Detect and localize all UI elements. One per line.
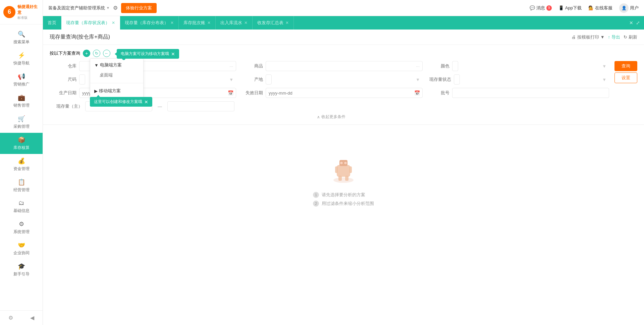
trial-button[interactable]: 体验行业方案 bbox=[121, 3, 157, 13]
sidebar-item-newbie[interactable]: 🎓 新手引导 bbox=[0, 259, 43, 280]
tab-inventory-status[interactable]: 现存量（库存状况表） ✕ bbox=[61, 16, 120, 30]
tab-home[interactable]: 首页 bbox=[43, 16, 61, 30]
collapse-btn[interactable]: ∧ 收起更多条件 bbox=[53, 111, 609, 120]
filter-row-produce-date: 生产日期 📅 bbox=[56, 88, 236, 98]
tab-bar: 首页 现存量（库存状况表） ✕ 现存量（库存分布表） ✕ 库存批次账 ✕ 出入库… bbox=[43, 16, 644, 30]
sidebar-item-basic[interactable]: 🗂 基础信息 bbox=[0, 196, 43, 217]
tip-num-2: 2 bbox=[313, 201, 319, 207]
filter-left-btn[interactable]: ← bbox=[103, 50, 110, 57]
sidebar-item-inventory[interactable]: 📦 库存核算 bbox=[0, 133, 43, 154]
calendar-icon-produce[interactable]: 📅 bbox=[228, 90, 233, 96]
action-buttons: 查询 设置 bbox=[614, 61, 637, 120]
calendar-icon-expire[interactable]: 📅 bbox=[414, 90, 420, 96]
marketing-icon: 📢 bbox=[18, 73, 25, 80]
tab-expand[interactable]: ⤢ bbox=[636, 20, 640, 25]
settings-btn[interactable]: ⚙ bbox=[113, 5, 118, 11]
filter-add-btn[interactable]: + bbox=[83, 50, 90, 57]
system-name: 装备及固定资产辅助管理系统 bbox=[48, 5, 105, 11]
sidebar-item-search[interactable]: 🔍 搜索菜单 bbox=[0, 27, 43, 48]
scheme-tooltip-close[interactable]: ✕ bbox=[171, 51, 175, 57]
user-area[interactable]: 👤 用户 bbox=[619, 3, 639, 13]
collapse-sidebar-btn[interactable]: ◀ bbox=[30, 315, 34, 321]
filter-label: 按以下方案查询 bbox=[50, 50, 80, 56]
top-header: 装备及固定资产辅助管理系统 ▼ ⚙ 体验行业方案 💬 消息 9 📱 App下载 … bbox=[43, 0, 644, 16]
stock-label: 现存量（主） bbox=[56, 103, 83, 109]
origin-label: 产地 bbox=[243, 76, 263, 83]
stock-max-input[interactable] bbox=[167, 101, 234, 111]
user-label: 用户 bbox=[630, 5, 639, 11]
system-select[interactable]: 装备及固定资产辅助管理系统 ▼ bbox=[48, 5, 110, 11]
scheme-desktop-item[interactable]: 桌面端 bbox=[90, 70, 143, 80]
sidebar-item-guide[interactable]: ⚡ 快捷导航 bbox=[0, 48, 43, 69]
sidebar-item-system[interactable]: ⚙ 系统管理 bbox=[0, 217, 43, 238]
tab-inout[interactable]: 出入库流水 ✕ bbox=[216, 16, 253, 30]
sidebar-item-operation[interactable]: 📋 经营管理 bbox=[0, 175, 43, 196]
tab-inventory-status-close[interactable]: ✕ bbox=[112, 20, 115, 25]
collapse-label: 收起更多条件 bbox=[321, 114, 345, 120]
scheme-desktop-group: ▼ 电脑端方案 桌面端 bbox=[90, 59, 143, 82]
refresh-icon: ↻ bbox=[624, 35, 627, 40]
stock-status-select[interactable] bbox=[454, 74, 460, 85]
tab-inventory-dist-close[interactable]: ✕ bbox=[170, 20, 174, 25]
tab-close-all[interactable]: ✕ bbox=[629, 20, 633, 25]
scheme-mobile-header[interactable]: ▶ 移动端方案 bbox=[90, 86, 143, 96]
color-select[interactable] bbox=[452, 61, 458, 71]
color-select-wrap: ▼ bbox=[452, 61, 609, 71]
print-btn[interactable]: 🖨 按模板打印 ▼ bbox=[572, 34, 605, 40]
query-button[interactable]: 查询 bbox=[614, 61, 637, 71]
system-icon: ⚙ bbox=[19, 220, 24, 228]
filter-refresh-btn[interactable]: ↻ bbox=[93, 50, 100, 57]
tab-collect-close[interactable]: ✕ bbox=[285, 20, 289, 25]
empty-tips: 1 请先选择要分析的方案 2 用过滤条件来缩小分析范围 bbox=[313, 192, 374, 207]
refresh-btn[interactable]: ↻ 刷新 bbox=[624, 34, 637, 40]
message-badge: 9 bbox=[546, 5, 552, 11]
filter-row-color: 颜色 ▼ bbox=[429, 61, 609, 71]
edit-scheme-tooltip-close[interactable]: ✕ bbox=[144, 99, 148, 105]
sidebar-item-purchase[interactable]: 🛒 采购管理 bbox=[0, 112, 43, 133]
filter-row-origin: 产地 ▼ bbox=[243, 74, 423, 85]
support-action[interactable]: 💁 在线客服 bbox=[588, 5, 612, 11]
header-left: 装备及固定资产辅助管理系统 ▼ ⚙ 体验行业方案 bbox=[48, 3, 157, 13]
expire-date-label: 失效日期 bbox=[243, 90, 263, 96]
size-select[interactable] bbox=[79, 74, 85, 85]
origin-select[interactable] bbox=[266, 74, 272, 85]
scheme-desktop-label: 电脑端方案 bbox=[100, 62, 122, 68]
app-download-action[interactable]: 📱 App下载 bbox=[558, 5, 582, 11]
batch-label: 批号 bbox=[429, 90, 449, 96]
tab-batch[interactable]: 库存批次账 ✕ bbox=[179, 16, 216, 30]
expire-date-input[interactable] bbox=[266, 88, 423, 98]
sidebar-item-sales[interactable]: 💼 销售管理 bbox=[0, 91, 43, 112]
size-dropdown-icon: ▼ bbox=[229, 77, 233, 82]
page-actions: 🖨 按模板打印 ▼ ↑ 导出 ↻ 刷新 bbox=[572, 34, 637, 40]
filter-section: 按以下方案查询 + ↻ ← 电脑方案可设为移动方案哦 ✕ ▼ bbox=[43, 45, 644, 125]
export-label: 导出 bbox=[611, 34, 620, 40]
tab-inventory-dist[interactable]: 现存量（库存分布表） ✕ bbox=[120, 16, 179, 30]
scheme-desktop-header[interactable]: ▼ 电脑端方案 bbox=[90, 60, 143, 70]
sidebar-item-coop[interactable]: 🤝 企业协同 bbox=[0, 238, 43, 259]
reset-button[interactable]: 设置 bbox=[614, 72, 637, 83]
tab-inout-close[interactable]: ✕ bbox=[244, 20, 248, 25]
edit-scheme-tooltip: 这里可以创建和修改方案哦 ✕ bbox=[90, 97, 152, 107]
tab-batch-close[interactable]: ✕ bbox=[207, 20, 211, 25]
empty-illustration bbox=[327, 152, 360, 185]
batch-input[interactable] bbox=[452, 88, 609, 98]
goods-input[interactable]: ··· bbox=[266, 61, 423, 71]
settings-footer-btn[interactable]: ⚙ bbox=[8, 315, 13, 321]
sidebar-item-finance[interactable]: 💰 资金管理 bbox=[0, 154, 43, 175]
scheme-mobile-label: 移动端方案 bbox=[99, 88, 121, 94]
scheme-tooltip-text: 电脑方案可设为移动方案哦 bbox=[121, 51, 169, 57]
stock-status-select-wrap: ▼ bbox=[454, 74, 609, 85]
sidebar-item-marketing[interactable]: 📢 营销推广 bbox=[0, 69, 43, 91]
tip-num-1: 1 bbox=[313, 192, 319, 198]
tab-collect-label: 收发存汇总表 bbox=[257, 20, 283, 26]
export-btn[interactable]: ↑ 导出 bbox=[608, 34, 621, 40]
empty-state: 1 请先选择要分析的方案 2 用过滤条件来缩小分析范围 bbox=[43, 125, 644, 233]
app-icon: 📱 bbox=[558, 5, 564, 10]
tab-collect[interactable]: 收发存汇总表 ✕ bbox=[253, 16, 294, 30]
support-label: 在线客服 bbox=[595, 5, 612, 11]
operation-icon: 📋 bbox=[18, 178, 25, 186]
system-dropdown-icon: ▼ bbox=[106, 6, 110, 10]
message-action[interactable]: 💬 消息 9 bbox=[530, 5, 552, 11]
stock-status-label: 现存量状态 bbox=[429, 76, 451, 83]
svg-rect-7 bbox=[342, 165, 345, 165]
